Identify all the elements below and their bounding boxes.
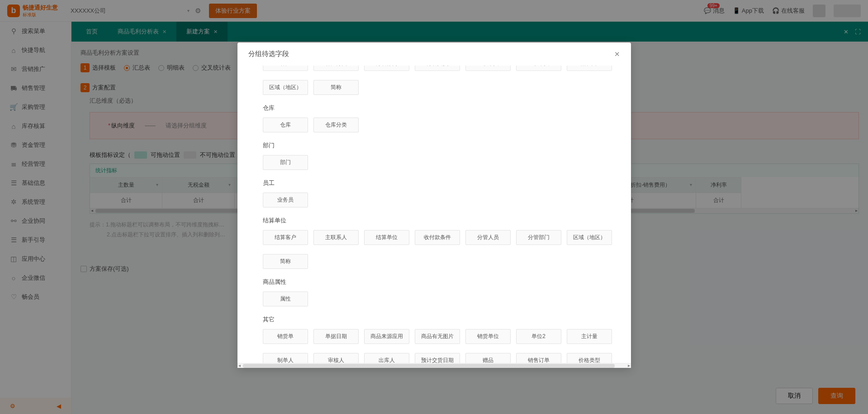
field-group-9: 制单人审核人出库人预计交货日期赠品销售订单价格类型 bbox=[263, 353, 617, 363]
modal-body[interactable]: 客户客户分类分管部门分管人员主联系人主联系人结算单位区域（地区）简称仓库仓库仓库… bbox=[237, 66, 631, 363]
field-picker-modal: 分组待选字段 ✕ 客户客户分类分管部门分管人员主联系人主联系人结算单位区域（地区… bbox=[237, 42, 631, 368]
modal-title: 分组待选字段 bbox=[248, 50, 289, 58]
field-group-0: 客户客户分类分管部门分管人员主联系人主联系人结算单位 bbox=[263, 66, 617, 71]
field-tag[interactable]: 收付款条件 bbox=[415, 230, 460, 245]
field-tag[interactable]: 仓库分类 bbox=[313, 118, 359, 132]
field-tag[interactable]: 结算客户 bbox=[263, 230, 308, 245]
group-title: 仓库 bbox=[263, 104, 617, 112]
field-tag[interactable]: 分管人员 bbox=[465, 230, 511, 245]
modal-scrollbar-x[interactable]: ◂ ▸ bbox=[237, 363, 631, 368]
field-tag[interactable]: 商品有无图片 bbox=[415, 329, 460, 344]
field-group-2: 仓库仓库仓库分类 bbox=[263, 104, 617, 132]
field-tag[interactable]: 单据日期 bbox=[313, 329, 359, 344]
field-tag[interactable]: 销货单位 bbox=[465, 329, 511, 344]
field-tag[interactable]: 区域（地区） bbox=[263, 80, 308, 95]
field-tag[interactable]: 主联系人 bbox=[516, 66, 561, 71]
field-tag[interactable]: 分管部门 bbox=[516, 230, 561, 245]
field-tag[interactable]: 主联系人 bbox=[465, 66, 511, 71]
field-tag[interactable]: 预计交货日期 bbox=[415, 353, 460, 363]
field-tag[interactable]: 主计量 bbox=[567, 329, 612, 344]
group-title: 其它 bbox=[263, 315, 617, 324]
field-tag[interactable]: 仓库 bbox=[263, 118, 308, 132]
field-tag[interactable]: 销售订单 bbox=[516, 353, 561, 363]
field-group-8: 其它销货单单据日期商品来源应用商品有无图片销货单位单位2主计量 bbox=[263, 315, 617, 344]
field-group-6: 简称 bbox=[263, 254, 617, 269]
field-tag[interactable]: 简称 bbox=[263, 254, 308, 269]
close-icon[interactable]: ✕ bbox=[614, 50, 620, 58]
modal-header: 分组待选字段 ✕ bbox=[237, 42, 631, 66]
field-tag[interactable]: 区域（地区） bbox=[567, 230, 612, 245]
field-tag[interactable]: 部门 bbox=[263, 155, 308, 170]
field-tag[interactable]: 赠品 bbox=[465, 353, 511, 363]
group-title: 结算单位 bbox=[263, 216, 617, 225]
field-tag[interactable]: 简称 bbox=[313, 80, 359, 95]
field-tag[interactable]: 销货单 bbox=[263, 329, 308, 344]
field-group-3: 部门部门 bbox=[263, 141, 617, 170]
field-group-1: 区域（地区）简称 bbox=[263, 80, 617, 95]
field-tag[interactable]: 客户分类 bbox=[313, 66, 359, 71]
field-group-4: 员工业务员 bbox=[263, 179, 617, 207]
group-title: 部门 bbox=[263, 141, 617, 150]
modal-overlay: 分组待选字段 ✕ 客户客户分类分管部门分管人员主联系人主联系人结算单位区域（地区… bbox=[0, 0, 868, 414]
field-group-7: 商品属性属性 bbox=[263, 278, 617, 306]
group-title: 商品属性 bbox=[263, 278, 617, 286]
field-tag[interactable]: 主联系人 bbox=[313, 230, 359, 245]
field-tag[interactable]: 结算单位 bbox=[364, 230, 409, 245]
field-tag[interactable]: 制单人 bbox=[263, 353, 308, 363]
field-tag[interactable]: 客户 bbox=[263, 66, 308, 71]
field-tag[interactable]: 单位2 bbox=[516, 329, 561, 344]
group-title: 员工 bbox=[263, 179, 617, 187]
field-tag[interactable]: 结算单位 bbox=[567, 66, 612, 71]
field-tag[interactable]: 审核人 bbox=[313, 353, 359, 363]
field-tag[interactable]: 属性 bbox=[263, 292, 308, 306]
field-tag[interactable]: 分管人员 bbox=[415, 66, 460, 71]
field-tag[interactable]: 业务员 bbox=[263, 193, 308, 207]
field-tag[interactable]: 出库人 bbox=[364, 353, 409, 363]
field-tag[interactable]: 分管部门 bbox=[364, 66, 409, 71]
field-tag[interactable]: 商品来源应用 bbox=[364, 329, 409, 344]
field-tag[interactable]: 价格类型 bbox=[567, 353, 612, 363]
field-group-5: 结算单位结算客户主联系人结算单位收付款条件分管人员分管部门区域（地区） bbox=[263, 216, 617, 245]
